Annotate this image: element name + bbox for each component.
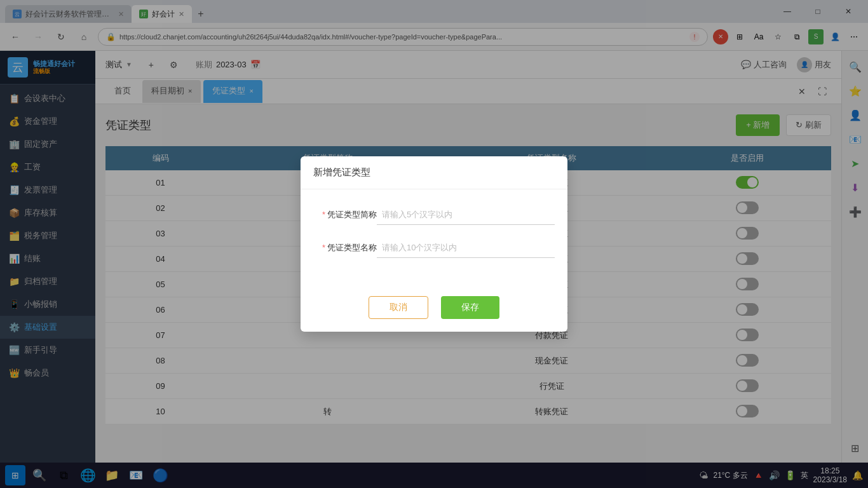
abbr-label: *凭证类型简称 [313, 209, 377, 220]
dialog-title: 新增凭证类型 [313, 166, 370, 177]
dialog: 新增凭证类型 *凭证类型简称 *凭证类型名称 取消 保存 [301, 156, 567, 332]
form-row-name: *凭证类型名称 [313, 238, 555, 258]
dialog-body: *凭证类型简称 *凭证类型名称 [301, 189, 567, 286]
abbr-required-mark: * [322, 210, 325, 219]
save-button[interactable]: 保存 [441, 296, 499, 319]
name-label: *凭证类型名称 [313, 242, 377, 254]
name-required-mark: * [322, 243, 325, 252]
name-input[interactable] [377, 238, 555, 258]
form-row-abbr: *凭证类型简称 [313, 205, 555, 225]
dialog-header: 新增凭证类型 [301, 156, 567, 189]
cancel-button[interactable]: 取消 [369, 296, 428, 319]
dialog-overlay: 新增凭证类型 *凭证类型简称 *凭证类型名称 取消 保存 [0, 0, 868, 488]
abbr-input[interactable] [377, 205, 555, 225]
dialog-footer: 取消 保存 [301, 286, 567, 332]
